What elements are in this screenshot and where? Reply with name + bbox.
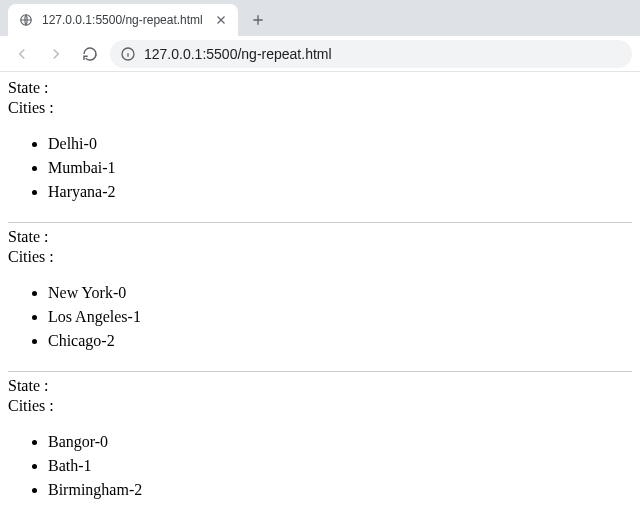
state-label: State : [8, 78, 632, 98]
list-item: Haryana-2 [48, 180, 632, 204]
state-block: State : Cities : New York-0 Los Angeles-… [8, 227, 632, 372]
new-tab-button[interactable] [244, 6, 272, 34]
list-item: Los Angeles-1 [48, 305, 632, 329]
cities-list: Delhi-0 Mumbai-1 Haryana-2 [8, 132, 632, 204]
forward-button[interactable] [42, 40, 70, 68]
list-item: New York-0 [48, 281, 632, 305]
list-item: Mumbai-1 [48, 156, 632, 180]
cities-label: Cities : [8, 98, 632, 118]
tab-strip: 127.0.0.1:5500/ng-repeat.html [0, 0, 640, 36]
state-block: State : Cities : Bangor-0 Bath-1 Birming… [8, 376, 632, 516]
cities-list: New York-0 Los Angeles-1 Chicago-2 [8, 281, 632, 353]
state-label: State : [8, 227, 632, 247]
browser-toolbar: 127.0.0.1:5500/ng-repeat.html [0, 36, 640, 72]
info-icon [120, 46, 136, 62]
close-icon[interactable] [214, 13, 228, 27]
list-item: Bath-1 [48, 454, 632, 478]
address-bar[interactable]: 127.0.0.1:5500/ng-repeat.html [110, 40, 632, 68]
cities-label: Cities : [8, 247, 632, 267]
reload-button[interactable] [76, 40, 104, 68]
tab-title: 127.0.0.1:5500/ng-repeat.html [42, 13, 206, 27]
globe-icon [18, 12, 34, 28]
state-label: State : [8, 376, 632, 396]
cities-list: Bangor-0 Bath-1 Birmingham-2 [8, 430, 632, 502]
list-item: Birmingham-2 [48, 478, 632, 502]
list-item: Delhi-0 [48, 132, 632, 156]
page-content: State : Cities : Delhi-0 Mumbai-1 Haryan… [0, 72, 640, 516]
browser-tab[interactable]: 127.0.0.1:5500/ng-repeat.html [8, 4, 238, 36]
back-button[interactable] [8, 40, 36, 68]
state-block: State : Cities : Delhi-0 Mumbai-1 Haryan… [8, 78, 632, 223]
url-text: 127.0.0.1:5500/ng-repeat.html [144, 46, 332, 62]
cities-label: Cities : [8, 396, 632, 416]
list-item: Bangor-0 [48, 430, 632, 454]
list-item: Chicago-2 [48, 329, 632, 353]
